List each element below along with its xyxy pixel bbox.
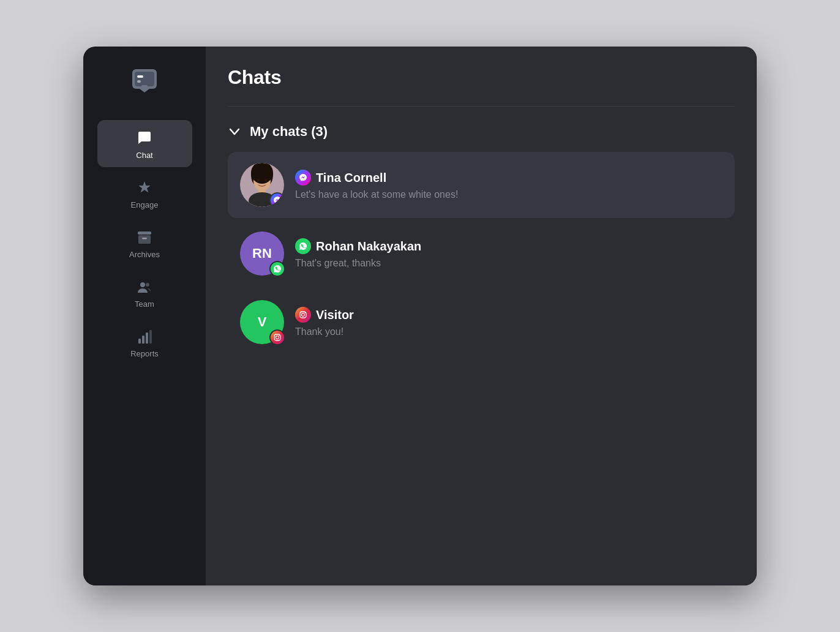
chat-preview: That's great, thanks xyxy=(295,258,722,269)
svg-rect-14 xyxy=(149,330,152,344)
svg-rect-7 xyxy=(138,235,151,244)
sidebar-nav: Chat Engage xyxy=(83,120,206,585)
reports-icon xyxy=(136,328,153,345)
main-content: Chats My chats (3) xyxy=(206,47,757,585)
sidebar-item-team-label: Team xyxy=(135,299,154,309)
svg-point-26 xyxy=(279,335,280,336)
chat-info: Visitor Thank you! xyxy=(295,307,722,337)
svg-rect-3 xyxy=(137,80,141,83)
svg-rect-12 xyxy=(142,336,144,344)
svg-point-10 xyxy=(146,283,149,287)
chevron-down-icon[interactable] xyxy=(228,125,241,138)
avatar: V xyxy=(240,300,284,344)
sidebar-item-archives-label: Archives xyxy=(129,250,160,259)
svg-rect-4 xyxy=(140,135,145,137)
svg-rect-2 xyxy=(137,75,143,78)
messenger-platform-icon xyxy=(295,170,311,186)
app-container: Chat Engage xyxy=(83,47,757,585)
chat-icon xyxy=(136,130,153,147)
instagram-platform-icon xyxy=(295,307,311,323)
page-title: Chats xyxy=(228,66,735,89)
platform-badge-whatsapp xyxy=(269,261,285,277)
chat-name-row: Visitor xyxy=(295,307,722,323)
svg-rect-5 xyxy=(140,138,143,140)
chat-preview: Thank you! xyxy=(295,326,722,337)
svg-rect-1 xyxy=(135,72,154,86)
svg-point-22 xyxy=(257,179,260,182)
svg-point-9 xyxy=(140,282,145,287)
team-icon xyxy=(136,279,153,296)
engage-icon xyxy=(136,179,153,197)
platform-badge-messenger xyxy=(269,192,284,207)
svg-rect-6 xyxy=(138,231,151,235)
chat-list: Tina Cornell Let's have a look at some w… xyxy=(228,152,735,355)
chat-name-row: Rohan Nakayakan xyxy=(295,238,722,254)
avatar xyxy=(240,163,284,207)
sidebar-item-chat[interactable]: Chat xyxy=(97,120,192,167)
chat-item[interactable]: Tina Cornell Let's have a look at some w… xyxy=(228,152,735,218)
avatar-initials: V xyxy=(258,314,267,330)
chat-info: Rohan Nakayakan That's great, thanks xyxy=(295,238,722,269)
chat-item[interactable]: V xyxy=(228,289,735,355)
svg-rect-11 xyxy=(138,339,141,344)
svg-point-29 xyxy=(304,312,306,314)
chat-name: Visitor xyxy=(316,308,354,322)
avatar: RN xyxy=(240,231,284,276)
divider xyxy=(228,106,735,107)
chat-info: Tina Cornell Let's have a look at some w… xyxy=(295,170,722,200)
sidebar-item-engage[interactable]: Engage xyxy=(97,170,192,217)
svg-point-28 xyxy=(302,314,305,317)
svg-point-23 xyxy=(264,179,267,182)
sidebar-item-archives[interactable]: Archives xyxy=(97,219,192,266)
section-title: My chats (3) xyxy=(250,124,328,140)
app-logo xyxy=(123,59,166,102)
chat-preview: Let's have a look at some white ones! xyxy=(295,189,722,200)
sidebar-item-chat-label: Chat xyxy=(136,151,152,160)
avatar-initials: RN xyxy=(252,246,272,261)
chat-name: Rohan Nakayakan xyxy=(316,239,421,254)
sidebar: Chat Engage xyxy=(83,47,206,585)
whatsapp-platform-icon xyxy=(295,238,311,254)
chat-name-row: Tina Cornell xyxy=(295,170,722,186)
sidebar-item-reports-label: Reports xyxy=(130,349,159,358)
sidebar-item-team[interactable]: Team xyxy=(97,269,192,316)
archives-icon xyxy=(136,229,153,246)
svg-rect-8 xyxy=(142,238,147,239)
section-header: My chats (3) xyxy=(228,124,735,140)
platform-badge-instagram xyxy=(269,329,285,345)
chat-item[interactable]: RN Rohan Nakayakan xyxy=(228,220,735,287)
svg-rect-13 xyxy=(146,333,148,344)
chat-name: Tina Cornell xyxy=(316,171,386,185)
svg-point-25 xyxy=(276,336,279,339)
sidebar-item-reports[interactable]: Reports xyxy=(97,318,192,366)
sidebar-item-engage-label: Engage xyxy=(131,200,159,209)
